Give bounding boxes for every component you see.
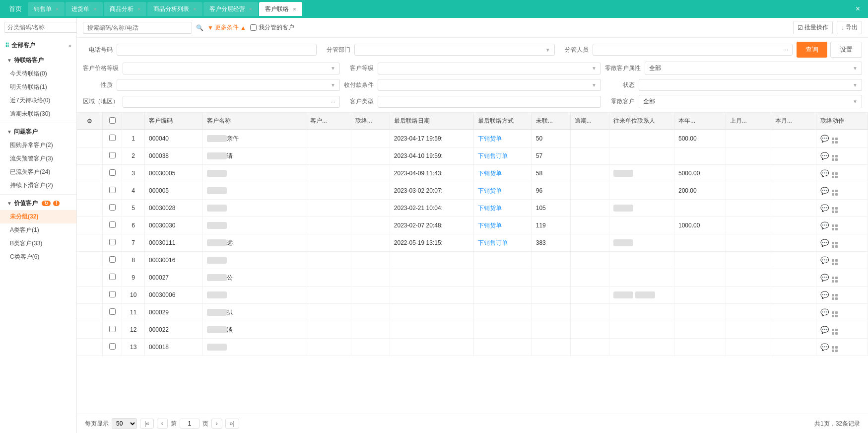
contact-phone-icon[interactable]: 💬 [820, 274, 829, 282]
prev-page-btn[interactable]: ‹ [157, 419, 168, 429]
th-last-method[interactable]: 最后联络方式 [473, 113, 532, 130]
contact-phone-icon[interactable]: 💬 [820, 326, 829, 334]
customer-name[interactable]: ████ [202, 165, 306, 182]
th-overdue[interactable]: 逾期... [570, 113, 609, 130]
row-select-checkbox[interactable] [109, 274, 116, 280]
last-contact-method[interactable]: 下销售订单 [473, 234, 532, 252]
nav-home[interactable]: 首页 [4, 4, 27, 13]
pending-group-label[interactable]: ▼ 待联络客户 [0, 54, 76, 67]
last-contact-method[interactable] [473, 304, 532, 321]
sidebar-item-today-pending[interactable]: 今天待联络(0) [0, 67, 76, 80]
last-contact-method[interactable]: 下销货单 [473, 130, 532, 147]
sidebar-item-ungrouped[interactable]: 未分组(32) [0, 210, 76, 223]
th-this-month[interactable]: 本月... [771, 113, 816, 130]
sidebar-item-a-class[interactable]: A类客户(1) [0, 223, 76, 237]
main-search-icon[interactable]: 🔍 [196, 24, 203, 31]
contact-phone-icon[interactable]: 💬 [820, 256, 829, 264]
page-size-select[interactable]: 50 100 200 [112, 418, 137, 429]
close-sales-tab[interactable]: × [56, 6, 59, 12]
last-contact-method[interactable]: 下销货单 [473, 165, 532, 182]
search-input[interactable] [83, 22, 192, 34]
collapse-all-icon[interactable]: « [68, 43, 71, 49]
my-customers-checkbox[interactable] [250, 24, 257, 31]
last-contact-method[interactable] [473, 252, 532, 269]
contact-phone-icon[interactable]: 💬 [820, 291, 829, 299]
more-action-icon[interactable] [832, 255, 838, 265]
th-last-month[interactable]: 上月... [726, 113, 771, 130]
contact-phone-icon[interactable]: 💬 [820, 135, 829, 143]
region-text[interactable] [127, 98, 331, 105]
more-action-icon[interactable] [832, 186, 838, 196]
more-action-icon[interactable] [832, 342, 838, 352]
customer-type-text[interactable] [382, 98, 597, 105]
customer-name[interactable]: ████远 [202, 234, 306, 252]
region-input[interactable]: ··· [123, 96, 340, 108]
row-select-checkbox[interactable] [109, 291, 116, 297]
more-action-icon[interactable] [832, 220, 838, 230]
phone-input[interactable] [117, 44, 317, 56]
customer-name[interactable]: ████请 [202, 147, 306, 165]
first-page-btn[interactable]: |« [140, 419, 154, 429]
customer-name[interactable]: ████ [202, 287, 306, 304]
sidebar-item-b-class[interactable]: B类客户(33) [0, 237, 76, 250]
customer-name[interactable]: ████公 [202, 269, 306, 287]
next-page-btn[interactable]: › [211, 419, 222, 429]
sidebar-item-declining[interactable]: 持续下滑客户(2) [0, 179, 76, 192]
close-analysis-tab[interactable]: × [137, 6, 140, 12]
more-action-icon[interactable] [832, 151, 838, 161]
customer-name[interactable]: ████ [202, 252, 306, 269]
payment-text[interactable] [382, 81, 592, 88]
price-level-input[interactable]: ▼ [123, 63, 340, 74]
last-contact-method[interactable] [473, 339, 532, 356]
th-type[interactable]: 客户... [306, 113, 351, 130]
sidebar-item-overdue-pending[interactable]: 逾期未联络(30) [0, 107, 76, 121]
contact-phone-icon[interactable]: 💬 [820, 169, 829, 177]
last-contact-method[interactable] [473, 321, 532, 339]
last-contact-method[interactable]: 下销售订单 [473, 147, 532, 165]
nav-tab-sales[interactable]: 销售单 × [28, 2, 65, 16]
row-select-checkbox[interactable] [109, 343, 116, 350]
customer-level-input[interactable]: ▼ [378, 63, 601, 74]
customer-level-text[interactable] [382, 65, 592, 72]
th-code[interactable]: 客户编码 [144, 113, 202, 130]
my-customers-check[interactable]: 我分管的客户 [250, 23, 294, 32]
customer-name[interactable]: ████扒 [202, 304, 306, 321]
contact-phone-icon[interactable]: 💬 [820, 204, 829, 212]
nav-tab-customer-segment[interactable]: 客户分层经营 × [203, 2, 258, 16]
more-action-icon[interactable] [832, 307, 838, 317]
close-purchase-tab[interactable]: × [93, 6, 96, 12]
more-action-icon[interactable] [832, 134, 838, 144]
customer-name[interactable]: ████ [202, 339, 306, 356]
row-select-checkbox[interactable] [109, 152, 116, 158]
manager-text-input[interactable] [597, 46, 783, 53]
contact-phone-icon[interactable]: 💬 [820, 187, 829, 195]
batch-op-btn[interactable]: ☑ 批量操作 [793, 21, 833, 34]
row-select-checkbox[interactable] [109, 326, 116, 332]
more-action-icon[interactable] [832, 203, 838, 213]
more-conditions-btn[interactable]: ▼ 更多条件 ▲ [207, 23, 246, 32]
last-contact-method[interactable] [473, 269, 532, 287]
close-analysis-list-tab[interactable]: × [193, 6, 196, 12]
last-page-btn[interactable]: »| [225, 419, 239, 429]
nature-input[interactable]: ▼ [117, 79, 340, 91]
dept-text-input[interactable] [359, 46, 545, 53]
contact-phone-icon[interactable]: 💬 [820, 239, 829, 247]
last-contact-method[interactable] [473, 287, 532, 304]
nav-tab-analysis-list[interactable]: 商品分析列表 × [147, 2, 202, 16]
row-select-checkbox[interactable] [109, 221, 116, 228]
th-last-date[interactable]: 最后联络日期 [390, 113, 473, 130]
retail-customer-input[interactable]: 全部 ▼ [639, 95, 862, 108]
th-settings[interactable]: ⚙ [77, 113, 103, 130]
customer-name[interactable]: ████ [202, 200, 306, 217]
sidebar-item-c-class[interactable]: C类客户(6) [0, 250, 76, 264]
row-select-checkbox[interactable] [109, 135, 116, 141]
sidebar-item-churned[interactable]: 已流失客户(24) [0, 165, 76, 179]
select-all-checkbox[interactable] [109, 117, 116, 124]
contact-phone-icon[interactable]: 💬 [820, 221, 829, 229]
more-action-icon[interactable] [832, 273, 838, 283]
sidebar-item-abnormal[interactable]: 囤购异常客户(2) [0, 139, 76, 152]
contact-phone-icon[interactable]: 💬 [820, 308, 829, 316]
retail-attr-input[interactable]: 全部 ▼ [645, 62, 862, 75]
page-number-input[interactable] [180, 419, 200, 429]
row-select-checkbox[interactable] [109, 169, 116, 176]
